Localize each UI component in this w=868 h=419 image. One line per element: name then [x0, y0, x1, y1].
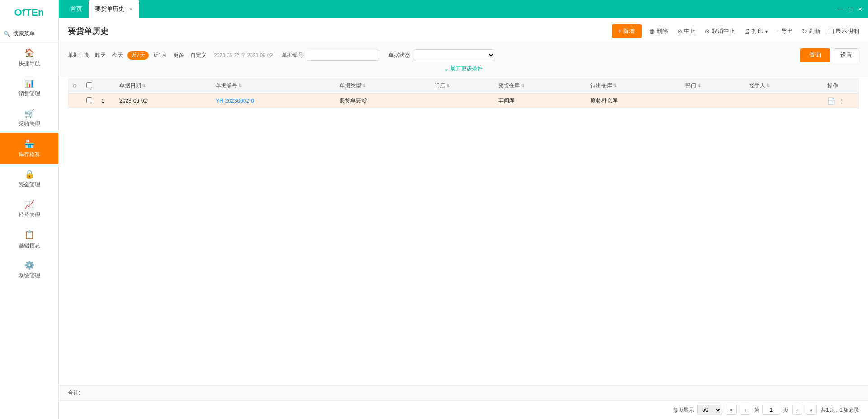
- print-dropdown-icon: ▾: [765, 29, 768, 34]
- close-button[interactable]: ✕: [858, 6, 863, 13]
- sidebar-item-inventory[interactable]: 🏪库存核算: [0, 133, 58, 164]
- total-label: 合计:: [68, 389, 80, 397]
- minimize-button[interactable]: —: [837, 6, 843, 13]
- maximize-button[interactable]: □: [849, 6, 852, 13]
- pagination: 每页显示 102050100 « ‹ 第 页 › » 共1页，1条记录: [59, 400, 868, 419]
- date-shortcut-昨天[interactable]: 昨天: [93, 51, 108, 60]
- purchase-mgmt-label: 采购管理: [19, 120, 40, 128]
- col-bill-type[interactable]: 单据类型⇅: [335, 78, 429, 94]
- page-header: 要货单历史 + 新增 🗑 删除 ⊘ 中止 ⊙ 取消中止 🖨 打印: [59, 18, 868, 43]
- display-detail-checkbox[interactable]: 显示明细: [828, 27, 859, 35]
- sidebar-search-label: 搜索菜单: [13, 30, 35, 38]
- sidebar-item-finance[interactable]: 🔒资金管理: [0, 164, 58, 194]
- footer-total: 合计:: [59, 385, 868, 400]
- status-label: 单据状态: [388, 52, 410, 59]
- row-actions: 📄 ⋮: [823, 94, 859, 108]
- date-shortcut-自定义[interactable]: 自定义: [189, 51, 208, 60]
- bill-no-filter: 单据编号: [282, 50, 379, 61]
- bill-no-input[interactable]: [307, 50, 379, 61]
- quick-nav-label: 快捷导航: [19, 60, 40, 67]
- next-page-button[interactable]: ›: [792, 405, 802, 415]
- row-pending-warehouse: 原材料仓库: [586, 94, 680, 108]
- sidebar-item-sys-mgmt[interactable]: ⚙️系统管理: [0, 255, 58, 285]
- date-shortcut-近1月[interactable]: 近1月: [151, 51, 169, 60]
- select-all-checkbox[interactable]: [86, 82, 92, 88]
- date-shortcut-更多[interactable]: 更多: [171, 51, 186, 60]
- sidebar-item-operation[interactable]: 📈经营管理: [0, 194, 58, 224]
- row-bill-no[interactable]: YH-20230602-0: [211, 94, 335, 108]
- col-action: 操作: [823, 78, 859, 94]
- cancel-stop-button[interactable]: ⊙ 取消中止: [703, 27, 737, 35]
- col-dept[interactable]: 部门⇅: [681, 78, 745, 94]
- refresh-button[interactable]: ↻ 刷新: [800, 27, 822, 35]
- export-button[interactable]: ↑ 导出: [775, 27, 795, 35]
- tab-home[interactable]: 首页: [64, 0, 89, 18]
- pagination-info: 共1页，1条记录: [821, 406, 859, 414]
- display-detail-input[interactable]: [828, 29, 834, 34]
- date-shortcut-近7天[interactable]: 近7天: [127, 51, 149, 60]
- col-pending-warehouse[interactable]: 待出仓库⇅: [586, 78, 680, 94]
- add-button[interactable]: + 新增: [612, 24, 641, 38]
- col-date[interactable]: 单据日期⇅: [115, 78, 211, 94]
- delete-button[interactable]: 🗑 删除: [647, 27, 670, 35]
- search-icon: 🔍: [4, 31, 10, 37]
- filter-area: 单据日期 昨天今天近7天近1月更多自定义 2023-05-27 至 2023-0…: [59, 43, 868, 76]
- row-no: 1: [97, 94, 115, 108]
- table-row: 1 2023-06-02 YH-20230602-0 要货单要货 车间库 原材料…: [68, 94, 859, 108]
- query-button[interactable]: 查询: [800, 48, 830, 62]
- sidebar-search[interactable]: 🔍 搜索菜单: [0, 25, 58, 43]
- sidebar-item-basic-info[interactable]: 📋基础信息: [0, 224, 58, 255]
- tab-purchase-history[interactable]: 要货单历史✕: [89, 0, 139, 18]
- col-bill-no[interactable]: 单据编号⇅: [211, 78, 335, 94]
- table-header-row: ⚙ 单据日期⇅ 单据编号⇅ 单据类型⇅: [68, 78, 859, 94]
- col-checkbox: [82, 78, 97, 94]
- status-select[interactable]: [414, 49, 495, 61]
- sidebar-item-quick-nav[interactable]: 🏠快捷导航: [0, 43, 58, 73]
- topbar: 首页要货单历史✕ — □ ✕: [59, 0, 868, 18]
- bill-no-link[interactable]: YH-20230602-0: [216, 98, 254, 104]
- settings-button[interactable]: 设置: [834, 48, 859, 62]
- tab-label-purchase-history: 要货单历史: [95, 5, 124, 13]
- expand-icon: ⌄: [444, 66, 448, 72]
- row-date: 2023-06-02: [115, 94, 211, 108]
- col-store[interactable]: 门店⇅: [430, 78, 494, 94]
- filter-actions: 查询 设置: [800, 48, 859, 62]
- print-icon: 🖨: [744, 28, 750, 35]
- page-input[interactable]: [762, 405, 780, 415]
- row-checkbox[interactable]: [82, 94, 97, 108]
- page-goto: 第 页: [754, 405, 788, 415]
- topbar-right: — □ ✕: [837, 6, 863, 13]
- basic-info-label: 基础信息: [19, 242, 40, 249]
- last-page-button[interactable]: »: [806, 405, 817, 415]
- sidebar-item-sales-mgmt[interactable]: 📊销售管理: [0, 73, 58, 103]
- row-dept: [681, 94, 745, 108]
- tab-close-purchase-history[interactable]: ✕: [129, 6, 133, 12]
- expand-filter-button[interactable]: ⌄ 展开更多条件: [68, 65, 859, 72]
- content-area: 要货单历史 + 新增 🗑 删除 ⊘ 中止 ⊙ 取消中止 🖨 打印: [59, 18, 868, 419]
- col-settings[interactable]: ⚙: [68, 78, 82, 94]
- row-settings: [68, 94, 82, 108]
- stop-button[interactable]: ⊘ 中止: [675, 27, 698, 35]
- print-button[interactable]: 🖨 打印 ▾: [742, 27, 769, 35]
- row-edit-icon[interactable]: 📄: [827, 97, 835, 105]
- sys-mgmt-icon: ⚙️: [24, 260, 34, 270]
- delete-icon: 🗑: [649, 28, 655, 35]
- finance-label: 资金管理: [19, 181, 40, 189]
- bill-no-label: 单据编号: [282, 52, 303, 59]
- per-page-select[interactable]: 102050100: [697, 405, 722, 415]
- status-filter: 单据状态: [388, 49, 495, 61]
- finance-icon: 🔒: [24, 169, 34, 179]
- prev-page-button[interactable]: ‹: [741, 405, 750, 415]
- refresh-icon: ↻: [802, 28, 807, 35]
- date-shortcut-今天[interactable]: 今天: [110, 51, 125, 60]
- date-filter-label: 单据日期: [68, 52, 90, 59]
- date-filter: 单据日期 昨天今天近7天近1月更多自定义 2023-05-27 至 2023-0…: [68, 51, 273, 60]
- col-no: [97, 78, 115, 94]
- first-page-button[interactable]: «: [726, 405, 737, 415]
- data-table: ⚙ 单据日期⇅ 单据编号⇅ 单据类型⇅: [68, 78, 859, 108]
- col-req-warehouse[interactable]: 要货仓库⇅: [494, 78, 586, 94]
- col-handler[interactable]: 经手人⇅: [745, 78, 823, 94]
- sidebar-item-purchase-mgmt[interactable]: 🛒采购管理: [0, 103, 58, 133]
- row-more-icon[interactable]: ⋮: [839, 97, 845, 105]
- row-handler: [745, 94, 823, 108]
